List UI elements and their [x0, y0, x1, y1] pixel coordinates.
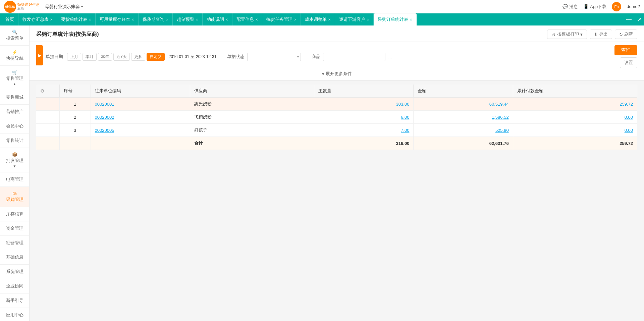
- settings-button[interactable]: 设置: [620, 57, 637, 68]
- col-header-settings[interactable]: ⚙: [36, 85, 59, 98]
- row-code-link[interactable]: 00020002: [95, 115, 114, 120]
- sidebar-item-retail[interactable]: 🛒 零售管理 ▲: [0, 66, 29, 90]
- workspace-selector[interactable]: 母婴行业演示账套 ▾: [45, 4, 557, 10]
- row-supplier: 惠氏奶粉: [190, 98, 314, 111]
- filter-date-btns: 上月 本月 本年 近7天 更多 自定义: [67, 53, 165, 61]
- sidebar-ecommerce-label: 电商管理: [6, 176, 23, 182]
- sidebar-item-appstore[interactable]: 应用中心: [0, 308, 29, 321]
- sidebar-item-inventory[interactable]: 库存核算: [0, 207, 29, 221]
- sidebar-item-finance[interactable]: 资金管理: [0, 221, 29, 236]
- content-area: 采购订单统计表(按供应商) 🖨 按模板打印 ▾ ⬇ 导出 ↻ 刷新: [30, 25, 644, 321]
- minimize-icon[interactable]: —: [625, 15, 633, 24]
- row-supplier: 好孩子: [190, 124, 314, 137]
- tab-baoyuanq-close-icon[interactable]: ✕: [166, 18, 168, 21]
- row-code: 00020005: [91, 124, 190, 137]
- date-btn-more[interactable]: 更多: [131, 53, 145, 61]
- sidebar-item-newguide[interactable]: 新手引导: [0, 293, 29, 308]
- row-qty-link[interactable]: 6.00: [401, 115, 409, 120]
- sidebar-marketing-label: 营销推广: [6, 109, 23, 115]
- message-btn[interactable]: 💬 消息: [562, 4, 578, 10]
- date-from: 2016-01-01: [169, 54, 189, 59]
- settings-icon[interactable]: ⚙: [40, 88, 45, 94]
- sidebar-item-purchase[interactable]: 🛍 采购管理: [0, 187, 29, 207]
- tab-peizhixinxi-close-icon[interactable]: ✕: [255, 18, 258, 21]
- table-row[interactable]: 1 00020001 惠氏奶粉 303.00 60,519.44 259.72: [36, 98, 637, 111]
- tab-chaochuguyujing[interactable]: 超储预警 ✕: [173, 13, 203, 25]
- tab-yaoqingxiayouke-close-icon[interactable]: ✕: [367, 18, 369, 21]
- row-qty-link[interactable]: 303.00: [396, 102, 410, 107]
- print-button[interactable]: 🖨 按模板打印 ▾: [547, 30, 587, 39]
- row-amount-link[interactable]: 525.80: [495, 128, 509, 133]
- date-btn-this-year[interactable]: 本年: [98, 53, 112, 61]
- more-filter-icon[interactable]: ...: [388, 54, 392, 59]
- tab-gongneng[interactable]: 功能说明 ✕: [203, 13, 232, 25]
- tab-tuohuorenwu-close-icon[interactable]: ✕: [294, 18, 297, 21]
- export-button[interactable]: ⬇ 导出: [590, 30, 612, 39]
- tab-chenbentiaozhen-close-icon[interactable]: ✕: [328, 18, 331, 21]
- avatar-initial: Ea: [614, 5, 619, 9]
- sidebar-item-retail-shop[interactable]: 零售商城: [0, 90, 29, 105]
- tab-shoufazone[interactable]: 收发存汇总表 ✕: [18, 13, 57, 25]
- app-icon: 📱: [583, 4, 589, 9]
- row-amount-link[interactable]: 1,586.52: [492, 115, 509, 120]
- logo-area: 好生意 畅捷通好生意 标版: [4, 1, 40, 13]
- date-btn-last-month[interactable]: 上月: [67, 53, 81, 61]
- row-paid-link[interactable]: 0.00: [625, 128, 633, 133]
- expand-more-btn[interactable]: ▾ 展开更多条件: [322, 71, 352, 77]
- table-row[interactable]: 3 00020005 好孩子 7.00 525.80 0.00: [36, 124, 637, 137]
- tab-chaochuguyujing-close-icon[interactable]: ✕: [196, 18, 198, 21]
- filter-status: 单据状态: [227, 53, 301, 61]
- filter-collapse-btn[interactable]: ▶: [36, 45, 43, 65]
- refresh-button[interactable]: ↻ 刷新: [615, 30, 637, 39]
- tab-kucun-close-icon[interactable]: ✕: [131, 18, 134, 21]
- sidebar-item-marketing[interactable]: 营销推广: [0, 105, 29, 119]
- nav-window-controls: — ⤢: [625, 15, 643, 24]
- filter-fields: 单据日期 上月 本月 本年 近7天 更多 自定义 2016-01-01 至: [46, 45, 637, 68]
- col-header-qty: 主数量: [314, 85, 414, 98]
- tab-gongneng-close-icon[interactable]: ✕: [225, 18, 228, 21]
- date-btn-custom[interactable]: 自定义: [147, 53, 165, 61]
- date-btn-this-month[interactable]: 本月: [83, 53, 97, 61]
- sidebar-item-retail-stats[interactable]: 零售统计: [0, 133, 29, 148]
- sidebar-item-system[interactable]: 系统管理: [0, 265, 29, 279]
- row-paid: 0.00: [513, 124, 637, 137]
- maximize-icon[interactable]: ⤢: [636, 15, 643, 24]
- tab-shoufazone-close-icon[interactable]: ✕: [50, 18, 53, 21]
- avatar[interactable]: Ea: [612, 2, 621, 11]
- sidebar-item-enterprise[interactable]: 企业协同: [0, 279, 29, 293]
- row-paid-link[interactable]: 259.72: [620, 102, 633, 107]
- sidebar-item-basic[interactable]: 基础信息: [0, 250, 29, 265]
- row-code-link[interactable]: 00020005: [95, 128, 114, 133]
- print-icon: 🖨: [551, 32, 556, 37]
- app-download-btn[interactable]: 📱 App下载: [583, 4, 606, 10]
- tab-home[interactable]: 首页: [1, 13, 18, 25]
- tab-chenbentiaozhen[interactable]: 成本调整单 ✕: [301, 13, 335, 25]
- table-row[interactable]: 2 00020002 飞鹤奶粉 6.00 1,586.52 0.00: [36, 111, 637, 124]
- row-paid-link[interactable]: 0.00: [625, 115, 633, 120]
- tab-tuohuorenwu[interactable]: 拣货任务管理 ✕: [262, 13, 301, 25]
- tab-peizhixinxi[interactable]: 配置信息 ✕: [232, 13, 262, 25]
- tab-yaohuo-close-icon[interactable]: ✕: [89, 18, 91, 21]
- tab-yaohuo[interactable]: 要货单统计表 ✕: [57, 13, 96, 25]
- status-select[interactable]: [247, 53, 301, 61]
- sidebar-item-ecommerce[interactable]: 电商管理: [0, 172, 29, 187]
- sidebar-item-operations[interactable]: 经营管理: [0, 236, 29, 250]
- row-code: 00020002: [91, 111, 190, 124]
- tab-caigoudindan-close-icon[interactable]: ✕: [410, 18, 412, 21]
- tab-yaoqingxiayouke[interactable]: 邀请下游客户 ✕: [335, 13, 374, 25]
- goods-input[interactable]: [323, 53, 385, 61]
- tab-baoyuanq[interactable]: 保质期查询 ✕: [139, 13, 173, 25]
- sidebar-item-wholesale[interactable]: 📦 批发管理 ▼: [0, 148, 29, 172]
- row-amount-link[interactable]: 60,519.44: [489, 102, 509, 107]
- row-qty-link[interactable]: 7.00: [401, 128, 409, 133]
- sidebar-item-search[interactable]: 🔍 搜索菜单: [0, 25, 29, 46]
- expand-chevron-icon: ▾: [322, 71, 324, 76]
- sidebar-item-quicknav[interactable]: ⚡ 快捷导航: [0, 46, 29, 66]
- query-button[interactable]: 查询: [614, 45, 637, 55]
- row-code-link[interactable]: 00020001: [95, 102, 114, 107]
- date-btn-7days[interactable]: 近7天: [113, 53, 130, 61]
- tab-kucun[interactable]: 可用量库存账本 ✕: [96, 13, 139, 25]
- tab-caigoudindan[interactable]: 采购订单统计表 ✕: [374, 13, 417, 25]
- sidebar-item-members[interactable]: 会员中心: [0, 119, 29, 133]
- sidebar-search-label: 搜索菜单: [6, 35, 23, 41]
